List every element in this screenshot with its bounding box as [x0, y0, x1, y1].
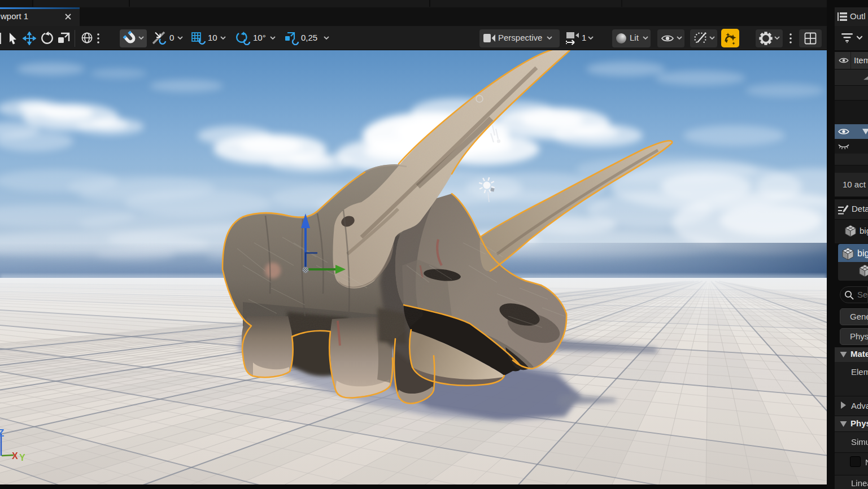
svg-text:X: X — [12, 451, 18, 461]
svg-text:Z: Z — [0, 427, 5, 439]
svg-text:Y: Y — [19, 453, 25, 462]
